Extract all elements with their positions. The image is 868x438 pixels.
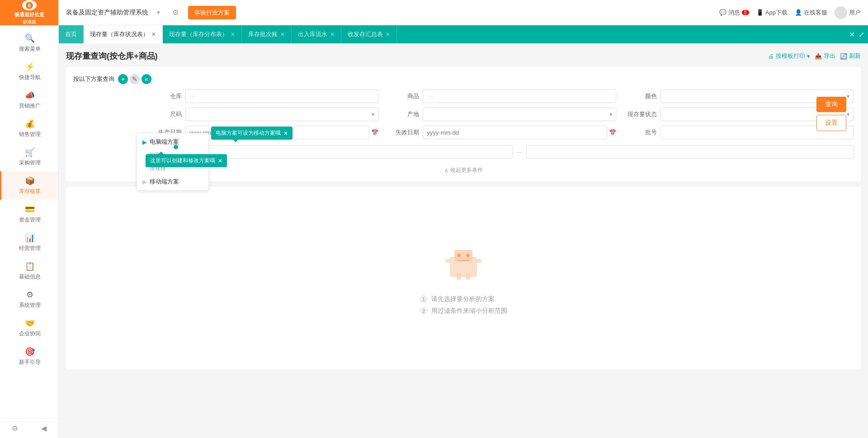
svg-rect-6 <box>458 260 469 261</box>
tab-inout-flow[interactable]: 出入库流水 ✕ <box>292 25 341 43</box>
reset-btn[interactable]: 设置 <box>816 115 846 131</box>
topbar-user[interactable]: 用户 <box>835 6 861 19</box>
tab-inventory-status-label: 现存量（库存状况表） <box>90 30 149 38</box>
query-btn[interactable]: 查询 <box>816 97 846 112</box>
filter-label-stock-status: 现存量状态 <box>625 110 657 118</box>
sidebar-item-operations[interactable]: 📊 经营管理 <box>0 228 58 257</box>
topbar-system-title: 装备及固定资产辅助管理系统 <box>66 9 148 17</box>
topbar-app-download[interactable]: 📱 App下载 <box>756 9 788 17</box>
sidebar-item-marketing[interactable]: 📣 营销推广 <box>0 86 58 114</box>
filter-label-product: 商品 <box>387 92 419 100</box>
sidebar-footer: ⚙ ◀ <box>0 418 58 438</box>
expire-date-icon[interactable]: 📅 <box>609 129 616 136</box>
sales-icon: 💰 <box>25 119 35 129</box>
tab-inventory-status[interactable]: 现存量（库存状况表） ✕ <box>84 25 163 43</box>
search-icon: 🔍 <box>25 33 35 43</box>
sidebar-item-nav[interactable]: ⚡ 快捷导航 <box>0 57 58 86</box>
operations-icon: 📊 <box>25 233 35 243</box>
sidebar-label-system: 系统管理 <box>19 301 41 309</box>
empty-tip-num-1: 1 <box>420 295 428 303</box>
tab-inventory-dist[interactable]: 现存量（库存分布表） ✕ <box>163 25 242 43</box>
filter-label-batch-no: 批号 <box>625 128 657 137</box>
topbar: 装备及固定资产辅助管理系统 ▾ ⚙ 体验行业方案 💬 消息 8 📱 App下载 … <box>59 0 868 25</box>
sidebar-item-guide[interactable]: 🎯 新手引导 <box>0 342 58 371</box>
sidebar-item-system[interactable]: ⚙ 系统管理 <box>0 285 58 314</box>
page-actions: 🖨 按模板打印 ▾ 📤 导出 🔄 刷新 <box>768 52 861 60</box>
empty-tip-2: 2 用过滤条件来缩小分析范围 <box>420 307 507 315</box>
tooltip-pc-close[interactable]: ✕ <box>283 130 288 137</box>
tab-inventory-status-close[interactable]: ✕ <box>151 31 156 38</box>
page-content: 现存量查询(按仓库+商品) 🖨 按模板打印 ▾ 📤 导出 🔄 刷新 <box>59 43 868 438</box>
filter-area-inner: 按以下方案查询 + ✎ « ▶ 电脑端方案 按商品 按规格 <box>73 74 854 174</box>
sidebar-label-finance: 资金管理 <box>19 216 41 224</box>
tab-expand-btn[interactable]: ⤢ <box>859 30 864 39</box>
message-icon: 💬 <box>719 9 726 16</box>
stock-qty-max[interactable] <box>526 145 854 159</box>
topbar-settings-btn[interactable]: ⚙ <box>168 5 183 20</box>
warehouse-select[interactable]: ··· <box>185 89 378 103</box>
export-icon: 📤 <box>815 53 822 60</box>
tab-close-all-btn[interactable]: ✕ <box>849 30 855 39</box>
stock-status-arrow: ▾ <box>847 111 849 118</box>
color-arrow: ▾ <box>847 93 849 99</box>
tab-recv-summary[interactable]: 收发存汇总表 ✕ <box>341 25 397 43</box>
sidebar-item-enterprise[interactable]: 🤝 企业协同 <box>0 314 58 342</box>
topbar-message[interactable]: 💬 消息 8 <box>719 9 749 17</box>
filter-warehouse: 仓库 ··· <box>150 89 378 103</box>
tooltip-pc-text: 电脑方案可设为移动方案哦 <box>216 129 281 137</box>
tab-recv-summary-close[interactable]: ✕ <box>386 31 390 38</box>
stock-qty-min[interactable] <box>185 145 513 159</box>
product-dots[interactable]: ··· <box>427 92 433 100</box>
empty-tips: 1 请先选择要分析的方案 2 用过滤条件来缩小分析范围 <box>420 295 507 315</box>
topbar-dropdown-btn[interactable]: ▾ <box>154 8 163 17</box>
sidebar-item-search[interactable]: 🔍 搜索菜单 <box>0 29 58 57</box>
produce-date-icon-start[interactable]: 📅 <box>371 129 378 136</box>
topbar-online-service[interactable]: 👤 在线客服 <box>795 9 827 17</box>
print-btn[interactable]: 🖨 按模板打印 ▾ <box>768 52 810 60</box>
scheme-item-pc[interactable]: ▶ 电脑端方案 <box>137 135 208 149</box>
topbar-right: 💬 消息 8 📱 App下载 👤 在线客服 用户 <box>719 6 861 19</box>
expire-date-start[interactable] <box>423 126 607 139</box>
origin-select[interactable]: ▾ <box>423 108 616 121</box>
expire-date-group: 📅 <box>423 126 616 139</box>
tab-inout-flow-close[interactable]: ✕ <box>330 31 335 38</box>
product-select[interactable]: ··· <box>423 89 616 103</box>
empty-tip-text-1: 请先选择要分析的方案 <box>431 295 495 303</box>
svg-text:6: 6 <box>28 3 31 8</box>
scheme-item-mobile[interactable]: ▶ 移动端方案 <box>137 175 208 188</box>
tab-home[interactable]: 首页 <box>59 25 84 43</box>
sidebar-item-basic[interactable]: 📋 基础信息 <box>0 257 58 285</box>
inventory-icon: 📦 <box>25 176 35 186</box>
tab-inventory-dist-close[interactable]: ✕ <box>231 31 235 38</box>
sidebar-item-sales[interactable]: 💰 销售管理 <box>0 114 58 143</box>
tab-batch-account[interactable]: 库存批次账 ✕ <box>242 25 292 43</box>
origin-arrow: ▾ <box>609 111 612 118</box>
sidebar-label-nav: 快捷导航 <box>19 74 41 81</box>
refresh-btn[interactable]: 🔄 刷新 <box>840 52 861 60</box>
sidebar-collapse-btn[interactable]: ◀ <box>41 424 47 433</box>
sidebar-item-finance[interactable]: 💳 资金管理 <box>0 200 58 228</box>
service-icon: 👤 <box>795 9 802 16</box>
tooltip-scheme-close[interactable]: ✕ <box>218 158 222 164</box>
collapse-btn[interactable]: ∧ 收起更多条件 <box>444 166 483 174</box>
phone-icon: 📱 <box>756 9 764 16</box>
size-select[interactable]: ▾ <box>185 108 378 121</box>
add-scheme-btn[interactable]: + <box>118 74 128 84</box>
finance-icon: 💳 <box>25 204 35 214</box>
tab-batch-account-close[interactable]: ✕ <box>280 31 285 38</box>
arrow-scheme-btn[interactable]: « <box>142 74 151 84</box>
filter-header: 按以下方案查询 + ✎ « <box>73 74 854 84</box>
filter-card: 按以下方案查询 + ✎ « ▶ 电脑端方案 按商品 按规格 <box>66 67 861 181</box>
tab-recv-summary-label: 收发存汇总表 <box>348 30 383 38</box>
sidebar-item-inventory[interactable]: 📦 库存核算 <box>0 171 58 200</box>
sidebar-settings-btn[interactable]: ⚙ <box>12 424 18 433</box>
warehouse-dots[interactable]: ··· <box>189 92 195 100</box>
edit-scheme-btn[interactable]: ✎ <box>130 74 140 84</box>
trial-btn[interactable]: 体验行业方案 <box>188 6 236 19</box>
sidebar-label-marketing: 营销推广 <box>19 102 41 110</box>
svg-rect-3 <box>454 250 472 261</box>
export-btn[interactable]: 📤 导出 <box>815 52 835 60</box>
purchase-icon: 🛒 <box>25 147 35 157</box>
sidebar-item-purchase[interactable]: 🛒 采购管理 <box>0 143 58 171</box>
print-label: 按模板打印 <box>776 52 805 60</box>
